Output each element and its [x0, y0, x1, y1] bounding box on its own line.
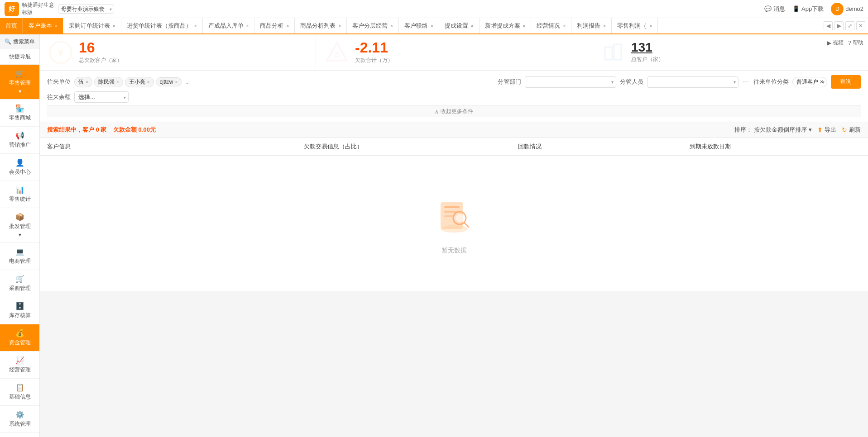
tab-customer-account[interactable]: 客户账本 ×	[23, 18, 63, 33]
person-input[interactable]	[647, 76, 739, 88]
tab-close-retail[interactable]: ×	[649, 24, 652, 28]
tag-close-2[interactable]: ×	[116, 80, 119, 85]
sidebar-quick-nav[interactable]: 快捷导航	[0, 49, 39, 65]
classification-tag[interactable]: 普通客户 ×	[792, 77, 827, 87]
video-btn[interactable]: ▶ 视频	[827, 39, 844, 47]
tab-close-inbound[interactable]: ×	[194, 24, 197, 28]
filter-tag-2[interactable]: 陈民强 ×	[94, 77, 123, 87]
sidebar-item-basic-info[interactable]: 📋 基础信息	[0, 379, 39, 406]
tab-goods-analysis[interactable]: 商品分析 ×	[254, 18, 295, 33]
sidebar-item-enterprise[interactable]: 🤝 企业协同	[0, 433, 39, 437]
classification-select-container[interactable]: 普通客户 ×	[792, 77, 827, 87]
export-btn[interactable]: ⬆ 导出	[817, 126, 836, 134]
person-dots[interactable]: ···	[742, 78, 750, 86]
topbar-left: 好 畅捷通好生意 标版 母婴行业演示账套	[5, 2, 114, 16]
collapse-btn[interactable]: ∧ 收起更多条件	[47, 105, 861, 117]
marketing-icon: 📢	[15, 131, 24, 140]
stat-right-actions: ▶ 视频 ? 帮助	[827, 39, 863, 47]
tab-profit-report[interactable]: 利润报告 ×	[571, 18, 612, 33]
tab-close-contact[interactable]: ×	[431, 24, 433, 28]
tab-close-purchase[interactable]: ×	[113, 24, 115, 28]
tag-close-3[interactable]: ×	[147, 80, 150, 85]
user-area[interactable]: D demo2	[831, 3, 863, 15]
unit-label: 往来单位	[47, 78, 71, 86]
tab-close-goods-list[interactable]: ×	[338, 24, 341, 28]
retail-icon: 🛒	[15, 69, 24, 78]
svg-rect-5	[614, 44, 621, 60]
inventory-icon: 🗄️	[15, 302, 24, 310]
stat-num-customers: 16	[79, 40, 122, 55]
nav-tabs: 首页 客户账本 × 采购订单统计表 × 进货单统计表（按商品） × 产成品入库单…	[0, 18, 868, 34]
sidebar-item-retail-mall[interactable]: 🏪 零售商城	[0, 100, 39, 127]
tab-retail-profit[interactable]: 零售利润（ ×	[612, 18, 658, 33]
sidebar-item-member[interactable]: 👤 会员中心	[0, 154, 39, 181]
sidebar-item-wholesale[interactable]: 📦 批发管理 ▾	[0, 208, 39, 243]
dept-select-container[interactable]	[525, 76, 616, 88]
svg-rect-8	[444, 206, 460, 208]
nav-next-btn[interactable]: ▶	[834, 21, 844, 30]
dept-input[interactable]	[525, 76, 616, 88]
tag-close-4[interactable]: ×	[175, 80, 178, 85]
sidebar-item-ecommerce[interactable]: 💻 电商管理	[0, 243, 39, 270]
stat-num-clients: 131	[631, 41, 664, 54]
empty-icon	[432, 193, 477, 239]
ecommerce-icon: 💻	[15, 247, 24, 256]
app-download-btn[interactable]: 📱 App下载	[792, 5, 824, 13]
tab-close-ops[interactable]: ×	[563, 24, 566, 28]
tab-close-segment[interactable]: ×	[390, 24, 393, 28]
filter-tag-4[interactable]: cjttcw ×	[156, 77, 182, 86]
tab-goods-analysis-list[interactable]: 商品分析列表 ×	[295, 18, 347, 33]
topbar-right: 💬 消息 📱 App下载 D demo2	[764, 3, 863, 15]
tab-close-customer-account[interactable]: ×	[55, 24, 58, 28]
message-btn[interactable]: 💬 消息	[764, 5, 785, 13]
tab-purchase-order[interactable]: 采购订单统计表 ×	[63, 18, 121, 33]
sidebar-item-purchase[interactable]: 🛒 采购管理	[0, 270, 39, 297]
tab-close-new-promo[interactable]: ×	[523, 24, 526, 28]
refresh-btn[interactable]: ↻ 刷新	[842, 126, 861, 134]
sidebar-item-retail-stats[interactable]: 📊 零售统计	[0, 181, 39, 208]
filter-more-btn[interactable]: ...	[183, 78, 192, 86]
dept-label: 分管部门	[498, 78, 521, 86]
results-actions: 排序： 按欠款金额倒序排序 ▾ ⬆ 导出 ↻ 刷新	[734, 126, 861, 134]
stat-total-debt: ⚠ -2.11 欠款合计（万）	[316, 34, 592, 70]
tag-close-1[interactable]: ×	[86, 80, 88, 85]
sort-value[interactable]: 按欠款金额倒序排序 ▾	[754, 126, 812, 134]
sidebar-item-system[interactable]: ⚙️ 系统管理	[0, 406, 39, 433]
query-button[interactable]: 查询	[831, 75, 861, 89]
tab-new-promo[interactable]: 新增提成方案 ×	[480, 18, 532, 33]
filter-tags: 伍 × 陈民强 × 王小亮 × cjttcw × ...	[74, 77, 494, 87]
sidebar-item-marketing[interactable]: 📢 营销推广	[0, 127, 39, 154]
tab-close-cost[interactable]: ×	[246, 24, 249, 28]
remainder-select-container[interactable]: 选择...	[74, 91, 129, 103]
remainder-select[interactable]: 选择...	[74, 91, 129, 103]
nav-expand-btn[interactable]: ⤢	[845, 21, 854, 30]
sidebar-item-retail-mgmt[interactable]: 🛒 零售管理 ▾	[0, 65, 39, 100]
classification-close[interactable]: ×	[820, 79, 823, 85]
tab-operations[interactable]: 经营情况 ×	[531, 18, 571, 33]
tab-customer-segment[interactable]: 客户分层经营 ×	[347, 18, 399, 33]
tab-close-profit[interactable]: ×	[603, 24, 606, 28]
sidebar-item-finance[interactable]: 💰 资金管理	[0, 324, 39, 352]
svg-text:¥: ¥	[58, 47, 64, 58]
svg-line-13	[464, 223, 469, 227]
filter-tag-1[interactable]: 伍 ×	[74, 77, 92, 87]
tab-cost-inbound[interactable]: 产成品入库单 ×	[203, 18, 255, 33]
store-selector-wrap[interactable]: 母婴行业演示账套	[58, 5, 114, 14]
tab-inbound-stats[interactable]: 进货单统计表（按商品） ×	[121, 18, 203, 33]
nav-prev-btn[interactable]: ◀	[824, 21, 833, 30]
store-selector[interactable]: 母婴行业演示账套	[58, 5, 114, 14]
tab-promo-settings[interactable]: 提成设置 ×	[439, 18, 480, 33]
help-btn[interactable]: ? 帮助	[848, 39, 863, 47]
tab-home[interactable]: 首页	[0, 18, 23, 33]
stat-icon-clients	[601, 41, 625, 64]
tab-customer-contact[interactable]: 客户联络 ×	[399, 18, 439, 33]
person-select-container[interactable]	[647, 76, 739, 88]
filter-tag-3[interactable]: 王小亮 ×	[125, 77, 154, 87]
sidebar-search[interactable]: 🔍 搜索菜单	[0, 34, 39, 49]
tab-close-promo[interactable]: ×	[471, 24, 474, 28]
sidebar-item-inventory[interactable]: 🗄️ 库存核算	[0, 297, 39, 324]
nav-close-all-btn[interactable]: ✕	[856, 21, 865, 30]
sidebar-item-operations[interactable]: 📈 经营管理	[0, 352, 39, 379]
refresh-icon: ↻	[842, 126, 847, 133]
tab-close-goods[interactable]: ×	[286, 24, 289, 28]
